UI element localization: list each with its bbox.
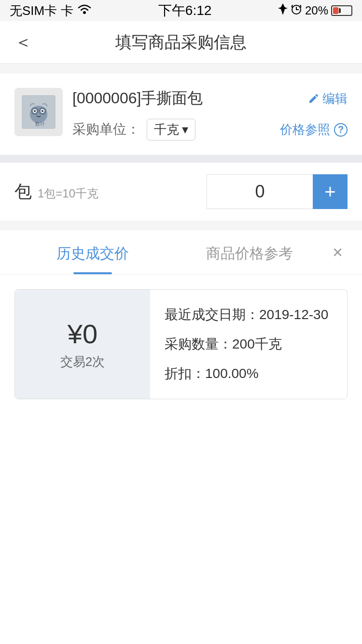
unit-label: 采购单位：: [72, 122, 140, 137]
history-quantity: 采购数量：200千克: [165, 334, 333, 355]
svg-point-10: [42, 110, 43, 112]
product-name-row: [0000006]手撕面包 编辑: [72, 88, 348, 109]
nav-bar: ＜ 填写商品采购信息: [0, 21, 362, 64]
status-time: 下午6:12: [158, 1, 212, 20]
product-unit-row: 采购单位： 千克 ▾ 价格参照 ?: [72, 119, 348, 140]
history-recent-date: 最近成交日期：2019-12-30: [165, 304, 333, 326]
quantity-plus-button[interactable]: +: [313, 174, 348, 209]
product-header: 数计 [0000006]手撕面包 编辑 采购单位： 千克: [14, 88, 348, 140]
svg-point-0: [83, 11, 86, 14]
discount-label: 折扣：: [165, 366, 205, 381]
battery-tip: [339, 8, 341, 13]
location-icon: [278, 3, 288, 18]
section-divider: [0, 155, 362, 163]
status-right: 20%: [278, 3, 352, 18]
quantity-label-group: 包 1包=10千克: [14, 180, 98, 204]
history-transactions: 交易2次: [60, 353, 105, 370]
purchase-quantity-value: 200千克: [232, 336, 282, 351]
edit-label: 编辑: [322, 90, 348, 107]
purchase-quantity-label: 采购数量：: [165, 336, 232, 351]
quantity-row: 包 1包=10千克 +: [0, 163, 362, 221]
battery-percent: 20%: [305, 4, 328, 17]
price-ref-label: 价格参照: [280, 121, 330, 138]
edit-button[interactable]: 编辑: [308, 90, 348, 107]
carrier-text: 无SIM卡: [10, 2, 57, 19]
product-info: [0000006]手撕面包 编辑 采购单位： 千克 ▾ 价格: [72, 88, 348, 140]
owl-logo-icon: 数计: [24, 98, 53, 126]
tab-close-button[interactable]: ×: [328, 238, 348, 267]
quantity-input-group: +: [207, 174, 348, 209]
page-title: 填写商品采购信息: [115, 31, 247, 54]
help-icon: ?: [334, 123, 348, 137]
recent-date-label: 最近成交日期：: [165, 307, 259, 322]
history-discount: 折扣：100.00%: [165, 363, 333, 385]
back-button[interactable]: ＜: [14, 30, 32, 54]
tab-ref-label: 商品价格参考: [206, 245, 293, 261]
tab-history-label: 历史成交价: [56, 245, 129, 261]
history-price-value: ¥0: [68, 318, 97, 350]
svg-text:数计: 数计: [35, 121, 45, 126]
recent-date-value: 2019-12-30: [259, 307, 328, 322]
tab-content-history: ¥0 交易2次 最近成交日期：2019-12-30 采购数量：200千克 折扣：…: [0, 275, 362, 414]
product-thumbnail: 数计: [14, 88, 63, 136]
unit-select[interactable]: 千克 ▾: [147, 119, 195, 140]
sim-icon: 卡: [61, 2, 73, 19]
quantity-conversion: 1包=10千克: [38, 186, 98, 201]
product-thumbnail-inner: 数计: [22, 95, 56, 129]
battery-fill: [333, 7, 338, 14]
status-bar: 无SIM卡 卡 下午6:12 20%: [0, 0, 362, 21]
quantity-input[interactable]: [207, 174, 313, 209]
history-card: ¥0 交易2次 最近成交日期：2019-12-30 采购数量：200千克 折扣：…: [14, 289, 348, 399]
discount-value: 100.00%: [205, 366, 259, 381]
wifi-icon: [77, 3, 92, 18]
chevron-down-icon: ▾: [182, 122, 188, 137]
tab-history-price[interactable]: 历史成交价: [14, 230, 171, 274]
tab-price-reference[interactable]: 商品价格参考: [171, 230, 327, 274]
alarm-icon: [291, 3, 302, 18]
svg-point-9: [34, 110, 36, 112]
tab-bar: 历史成交价 商品价格参考 ×: [0, 230, 362, 275]
edit-icon: [308, 93, 320, 104]
price-ref-button[interactable]: 价格参照 ?: [280, 121, 348, 138]
battery-icon: [331, 5, 352, 16]
status-left: 无SIM卡 卡: [10, 2, 92, 19]
history-details-section: 最近成交日期：2019-12-30 采购数量：200千克 折扣：100.00%: [150, 290, 347, 399]
product-card: 数计 [0000006]手撕面包 编辑 采购单位： 千克: [0, 73, 362, 155]
product-name: [0000006]手撕面包: [72, 88, 203, 109]
unit-section: 采购单位： 千克 ▾: [72, 119, 195, 140]
unit-value: 千克: [154, 121, 179, 138]
tab-section: 历史成交价 商品价格参考 × ¥0 交易2次 最近成交日期：2019-12-30…: [0, 230, 362, 414]
quantity-unit: 包: [14, 180, 32, 204]
history-price-section: ¥0 交易2次: [15, 290, 150, 399]
bottom-fill: [0, 414, 362, 644]
